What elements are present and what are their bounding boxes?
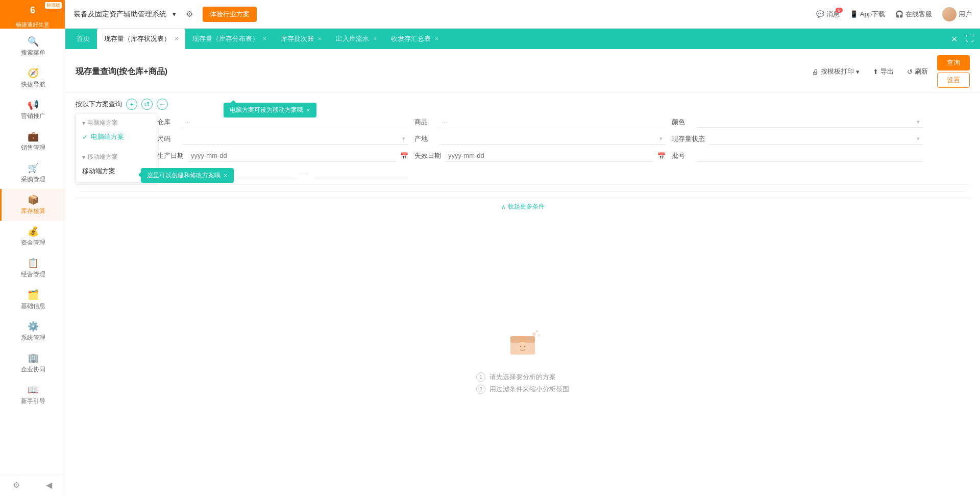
sidebar-item-operation[interactable]: 📋 经营管理 (0, 252, 65, 284)
prod-date-label: 生产日期 (157, 151, 184, 160)
system-name: 装备及固定资产辅助管理系统 (74, 10, 166, 19)
sidebar-item-enterprise[interactable]: 🏢 企业协同 (0, 347, 65, 379)
notification-item[interactable]: 💬 消息 6 (816, 10, 840, 19)
step-1-text: 请先选择要分析的方案 (489, 372, 556, 382)
sidebar-item-purchase[interactable]: 🛒 采购管理 (0, 157, 65, 189)
color-select[interactable]: ▾ (696, 116, 923, 128)
expire-date-label: 失效日期 (414, 151, 441, 160)
settings-icon[interactable]: ⚙ (182, 7, 197, 21)
tab-label: 库存批次账 (281, 34, 314, 43)
export-btn[interactable]: ⬆ 导出 (869, 65, 898, 78)
system-dropdown[interactable]: ▾ (173, 10, 176, 18)
tab-inout-flow[interactable]: 出入库流水 × (329, 29, 384, 49)
export-icon: ⬆ (873, 68, 878, 76)
collapse-chevron-icon: ∧ (501, 203, 506, 210)
tab-fullscreen-icon[interactable]: ⛶ (964, 34, 976, 43)
origin-select[interactable]: ▾ (439, 133, 666, 145)
edit-popover-close[interactable]: × (224, 172, 228, 179)
collapse-sidebar-icon[interactable]: ◀ (46, 480, 52, 490)
sidebar-item-label: 营销推广 (21, 112, 45, 121)
tab-close-icon[interactable]: × (175, 36, 178, 42)
refresh-btn[interactable]: ↺ 刷新 (903, 65, 932, 78)
calendar-icon-expire[interactable]: 📅 (657, 152, 666, 160)
tab-label: 收发存汇总表 (391, 34, 431, 43)
sidebar-item-finance[interactable]: 💰 资金管理 (0, 221, 65, 252)
popover-close-btn[interactable]: × (306, 106, 310, 114)
tab-close-icon[interactable]: × (373, 36, 377, 42)
sidebar-item-inventory[interactable]: 📦 库存核算 (0, 189, 65, 221)
template-print-btn[interactable]: 🖨 按模板打印 ▾ (808, 65, 864, 78)
collapse-btn[interactable]: ∧ 收起更多条件 (501, 202, 545, 211)
tab-stock-status[interactable]: 现存量（库存状况表） × (97, 29, 185, 49)
sidebar-item-basic[interactable]: 🗂️ 基础信息 (0, 284, 65, 316)
tab-close-all-icon[interactable]: ✕ (949, 34, 960, 44)
tab-collect-summary[interactable]: 收发存汇总表 × (384, 29, 446, 49)
svg-rect-4 (520, 336, 526, 343)
experience-btn[interactable]: 体验行业方案 (203, 7, 257, 22)
compass-icon: 🧭 (28, 67, 39, 79)
tab-stock-dist[interactable]: 现存量（库存分布表） × (185, 29, 274, 49)
empty-step-2: 2 用过滤条件来缩小分析范围 (476, 385, 569, 394)
goods-select[interactable]: ··· (439, 116, 666, 128)
online-service-item[interactable]: 🎧 在线客服 (895, 10, 932, 19)
color-dropdown-icon: ▾ (917, 119, 920, 125)
sidebar-item-system[interactable]: ⚙️ 系统管理 (0, 316, 65, 347)
filter-label: 按以下方案查询 (76, 100, 122, 109)
add-scheme-btn[interactable]: + (126, 99, 137, 110)
warehouse-label: 仓库 (157, 117, 178, 127)
header-right: 💬 消息 6 📱 App下载 🎧 在线客服 用户 (816, 7, 972, 21)
collapse-label: 收起更多条件 (508, 202, 545, 211)
set-button[interactable]: 设置 (937, 73, 970, 88)
svg-point-10 (538, 334, 541, 337)
desktop-scheme-item-1[interactable]: ✓ 电脑端方案 (76, 129, 157, 145)
stock-status-select[interactable]: ▾ (709, 133, 923, 145)
desktop-scheme-group: ▾ 电脑端方案 ✓ 电脑端方案 (76, 113, 157, 148)
empty-state: 1 请先选择要分析的方案 2 用过滤条件来缩小分析范围 (65, 221, 980, 495)
expire-date-input[interactable] (445, 150, 653, 162)
stock-qty-max[interactable] (314, 167, 409, 179)
field-warehouse: 仓库 ··· (157, 116, 408, 128)
size-select[interactable]: ▾ (182, 133, 408, 145)
tab-home[interactable]: 首页 (69, 29, 97, 49)
gear-icon: ⚙️ (28, 321, 39, 332)
field-stock-status: 现存量状态 ▾ (672, 133, 923, 145)
sidebar-item-marketing[interactable]: 📢 营销推广 (0, 94, 65, 126)
main-content: 装备及固定资产辅助管理系统 ▾ ⚙ 体验行业方案 💬 消息 6 📱 App下载 … (65, 0, 980, 495)
cart-icon: 🛒 (28, 162, 39, 174)
tab-close-icon[interactable]: × (263, 36, 266, 42)
template-print-label: 按模板打印 (821, 67, 854, 76)
prod-date-input[interactable] (188, 150, 396, 162)
batch-label: 批号 (672, 151, 692, 160)
range-separator: — (302, 170, 308, 177)
sidebar-item-label: 系统管理 (21, 334, 45, 342)
mobile-scheme-label: 移动端方案 (82, 167, 115, 175)
tab-batch-account[interactable]: 库存批次账 × (274, 29, 329, 49)
user-item[interactable]: 用户 (942, 7, 972, 21)
plus-icon: + (130, 100, 134, 108)
settings-bottom-icon[interactable]: ⚙ (13, 480, 20, 490)
tab-close-icon[interactable]: × (318, 36, 322, 42)
app-download-item[interactable]: 📱 App下载 (850, 10, 885, 19)
sidebar-nav: 🔍 搜索菜单 🧭 快捷导航 📢 营销推广 💼 销售管理 🛒 采购管理 📦 库存核… (0, 29, 65, 475)
sidebar-item-guide[interactable]: 📖 新手引导 (0, 379, 65, 411)
stock-status-label: 现存量状态 (672, 134, 705, 144)
query-button[interactable]: 查询 (937, 55, 970, 70)
color-label: 颜色 (672, 117, 692, 127)
sidebar-item-quick-nav[interactable]: 🧭 快捷导航 (0, 62, 65, 94)
warehouse-more-icon: ··· (185, 118, 190, 126)
tab-close-icon[interactable]: × (435, 36, 438, 42)
empty-illustration (497, 320, 548, 362)
collapse-scheme-btn[interactable]: ← (157, 99, 168, 110)
sales-icon: 💼 (28, 131, 39, 142)
collapse-btn-row: ∧ 收起更多条件 (76, 198, 970, 215)
filter-row-2: 尺码 ▾ 产地 ▾ (157, 133, 970, 145)
sidebar-item-search[interactable]: 🔍 搜索菜单 (0, 31, 65, 62)
sidebar-item-label: 库存核算 (21, 207, 45, 216)
batch-input[interactable] (696, 150, 923, 162)
calendar-icon-prod[interactable]: 📅 (400, 152, 408, 160)
refresh-scheme-btn[interactable]: ↺ (141, 99, 153, 110)
sidebar-item-label: 基础信息 (21, 302, 45, 311)
export-label: 导出 (880, 67, 894, 76)
sidebar-item-sales[interactable]: 💼 销售管理 (0, 126, 65, 157)
warehouse-select[interactable]: ··· (182, 116, 408, 128)
